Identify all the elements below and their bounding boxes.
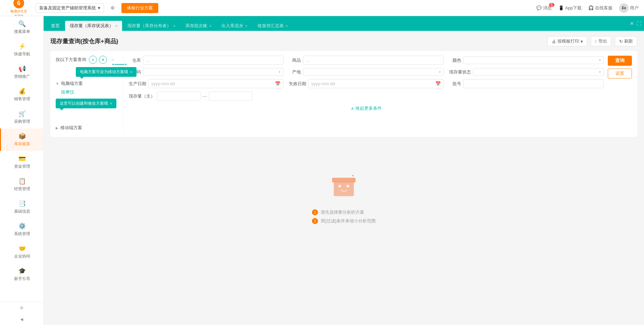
tab-label-3: 库存批次账 xyxy=(185,23,207,29)
scheme-panel: 按以下方案查询 + ← xyxy=(56,56,118,132)
collapse-icon: ◀ xyxy=(20,317,23,322)
tab-item-0[interactable]: 首页 xyxy=(46,21,64,31)
sidebar-label-search: 搜索菜单 xyxy=(14,29,30,35)
quick-icon: ⚡ xyxy=(18,43,26,50)
sidebar-label-finance: 资金管理 xyxy=(14,164,30,169)
tab-close-2[interactable]: × xyxy=(173,24,175,28)
tab-item-2[interactable]: 现存量（库存分布表）× xyxy=(123,21,180,31)
operation-icon: 📋 xyxy=(18,177,26,185)
sidebar-item-search[interactable]: 🔍 搜索菜单 xyxy=(0,16,43,39)
online-service-button[interactable]: 🎧 在线客服 xyxy=(588,5,612,11)
calendar-icon-1: 📅 xyxy=(275,81,280,86)
desktop-scheme-item[interactable]: ▼ 电脑端方案 xyxy=(56,79,118,88)
svg-point-4 xyxy=(346,185,349,187)
mobile-scheme-item[interactable]: ▶ 移动端方案 xyxy=(56,123,118,132)
scheme-sub-item[interactable]: 按摩仪 xyxy=(61,88,118,97)
size-select[interactable]: ▾ xyxy=(143,68,283,76)
message-button[interactable]: 💬 消息 6 xyxy=(536,5,552,11)
filter-fields-area: 仓库 ... 商品 xyxy=(129,56,632,132)
chevron-up-icon: ∧ xyxy=(351,106,354,111)
tooltip-1-close[interactable]: × xyxy=(130,70,132,74)
production-date-label: 生产日期 xyxy=(129,81,146,87)
reset-button[interactable]: 设置 xyxy=(608,68,632,78)
batch-no-label: 批号 xyxy=(449,81,461,87)
edit-scheme-button[interactable] xyxy=(99,56,107,64)
refresh-button[interactable]: ↻ 刷新 xyxy=(615,36,637,46)
batch-no-filter: 批号 xyxy=(449,79,604,88)
sidebar-item-cooperation[interactable]: 🤝 企业协同 xyxy=(0,241,43,263)
sidebar-label-purchase: 采购管理 xyxy=(14,119,30,124)
main-layout: 🔍 搜索菜单 ⚡ 快捷导航 📢 营销推广 💰 销售管理 🛒 采购管理 📦 库存核… xyxy=(0,16,644,325)
production-date-filter: 生产日期 yyyy-mm-dd 📅 xyxy=(129,79,283,88)
tab-close-4[interactable]: × xyxy=(245,24,247,28)
warehouse-label: 仓库 xyxy=(129,57,141,63)
sidebar-item-guide[interactable]: 🎓 新手引导 xyxy=(0,263,43,286)
batch-no-input[interactable] xyxy=(463,79,604,88)
system-selector[interactable]: 装备及固定资产辅助管理系统 ▾ xyxy=(36,3,104,13)
trial-button[interactable]: 体验行业方案 xyxy=(121,3,158,13)
scheme-sub-label: 按摩仪 xyxy=(61,89,74,95)
goods-filter: 商品 ... xyxy=(289,56,443,65)
warehouse-select[interactable]: ... xyxy=(143,56,283,65)
tooltip-2-close[interactable]: × xyxy=(110,101,112,106)
sidebar-bottom-settings[interactable]: ⚙ xyxy=(0,302,43,314)
color-select[interactable]: ▾ xyxy=(463,56,604,64)
step-num-2: 2 xyxy=(312,218,318,224)
sidebar-item-basic[interactable]: 📑 基础信息 xyxy=(0,196,43,218)
expiry-date-input[interactable]: yyyy-mm-dd 📅 xyxy=(308,79,443,88)
settings-icon-button[interactable]: ⚙ xyxy=(107,3,118,13)
add-scheme-button[interactable]: + xyxy=(89,56,97,64)
dropdown-icon: ▾ xyxy=(581,39,583,44)
tab-close-3[interactable]: × xyxy=(209,24,211,28)
fullscreen-icon[interactable]: ⛶ xyxy=(637,21,641,26)
print-button[interactable]: 🖨 按模板打印 ▾ xyxy=(547,36,587,46)
range-dash: — xyxy=(203,94,207,99)
stock-status-select[interactable]: ▾ xyxy=(473,68,604,76)
app-container: 6 畅通好生意 标准版 装备及固定资产辅助管理系统 ▾ ⚙ 体验行业方案 💬 消… xyxy=(0,0,644,325)
stock-main-from[interactable] xyxy=(157,92,201,101)
sidebar-bottom-collapse[interactable]: ◀ xyxy=(0,314,43,325)
sidebar-item-purchase[interactable]: 🛒 采购管理 xyxy=(0,106,43,128)
sidebar-item-finance[interactable]: 💳 资金管理 xyxy=(0,151,43,173)
filter-header: 按以下方案查询 + ← xyxy=(56,56,118,64)
stock-main-to[interactable] xyxy=(209,92,253,101)
goods-select[interactable]: ... xyxy=(303,56,443,65)
origin-select[interactable]: ▾ xyxy=(303,68,443,76)
filter-panel: 按以下方案查询 + ← xyxy=(50,51,637,137)
tooltip-scheme-text-1: 电脑方案可设为移动方案哦 × xyxy=(76,67,137,77)
user-button[interactable]: Ea 用户 xyxy=(619,3,639,13)
tab-close-5[interactable]: × xyxy=(286,24,288,28)
sidebar-item-marketing[interactable]: 📢 营销推广 xyxy=(0,61,43,84)
tab-item-4[interactable]: 出入库流水× xyxy=(217,21,252,31)
expiry-date-filter: 失效日期 yyyy-mm-dd 📅 xyxy=(289,79,443,88)
tab-label-4: 出入库流水 xyxy=(221,23,243,29)
sidebar-item-system[interactable]: ⚙️ 系统管理 xyxy=(0,218,43,241)
stock-main-label: 现存量（主） xyxy=(129,93,155,99)
sidebar-item-inventory[interactable]: 📦 库存核算 xyxy=(0,128,43,151)
production-date-input[interactable]: yyyy-mm-dd 📅 xyxy=(148,79,283,88)
app-download-button[interactable]: 📱 App下载 xyxy=(558,5,582,11)
search-button[interactable]: 查询 xyxy=(608,56,632,66)
page-title: 现存量查询(按仓库+商品) xyxy=(50,37,118,45)
close-tab-icon[interactable]: ✕ xyxy=(630,21,634,26)
tab-item-3[interactable]: 库存批次账× xyxy=(181,21,216,31)
tab-label-0: 首页 xyxy=(51,23,60,29)
logo-area: 6 畅通好生意 标准版 xyxy=(5,0,32,18)
sidebar-item-operation[interactable]: 📋 经营管理 xyxy=(0,173,43,196)
empty-step-2: 2 用[过滤]条件来缩小分析范围 xyxy=(312,217,375,225)
tree-expand-icon: ▼ xyxy=(56,82,59,86)
tab-item-1[interactable]: 现存量（库存状况表）× xyxy=(65,21,122,31)
back-scheme-button[interactable]: ← xyxy=(109,56,117,64)
color-filter: 颜色 ▾ xyxy=(449,56,604,65)
collapse-more-button[interactable]: ∧ 收起更多条件 xyxy=(129,103,604,114)
step-num-1: 1 xyxy=(312,209,318,215)
export-button[interactable]: ↑ 导出 xyxy=(591,36,612,46)
tab-label-2: 现存量（库存分布表） xyxy=(127,23,171,29)
goods-label: 商品 xyxy=(289,57,301,63)
tab-close-1[interactable]: × xyxy=(115,24,117,28)
tree-collapse-icon: ▶ xyxy=(56,126,58,130)
size-dropdown-icon: ▾ xyxy=(279,70,280,74)
sidebar-item-quick[interactable]: ⚡ 快捷导航 xyxy=(0,39,43,61)
tab-item-5[interactable]: 收发存汇总表× xyxy=(253,21,292,31)
sidebar-item-sales[interactable]: 💰 销售管理 xyxy=(0,84,43,106)
